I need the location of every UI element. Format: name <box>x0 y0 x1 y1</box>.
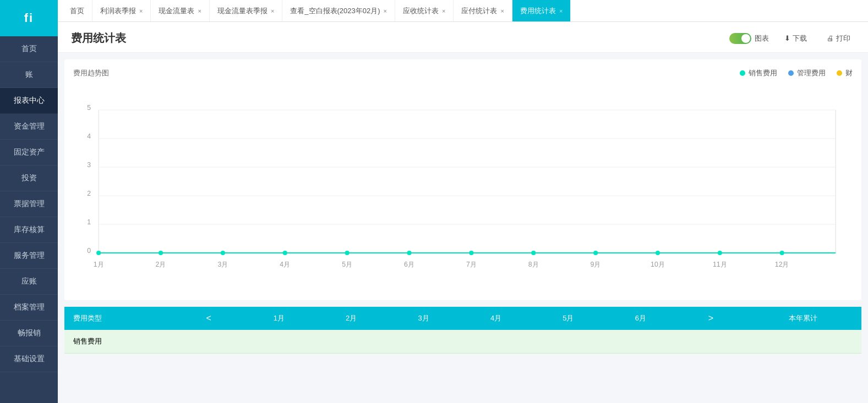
row-month-6 <box>604 330 676 354</box>
col-month-5: 5月 <box>532 307 604 330</box>
row-spacer-2 <box>676 330 745 354</box>
col-month-2: 2月 <box>315 307 387 330</box>
prev-month-btn[interactable]: < <box>174 307 243 330</box>
svg-text:10月: 10月 <box>651 261 665 268</box>
sidebar: fi 首页 账 报表中心 资金管理 固定资产 投资 票据管理 库存核算 服务管理… <box>0 0 58 403</box>
legend-sales-label: 销售费用 <box>749 68 777 78</box>
print-button[interactable]: 🖨 打印 <box>822 31 855 46</box>
col-month-4: 4月 <box>460 307 532 330</box>
close-icon[interactable]: × <box>500 8 504 14</box>
page-title: 费用统计表 <box>71 31 126 46</box>
svg-text:11月: 11月 <box>713 261 727 268</box>
table-header-row: 费用类型 < 1月 2月 3月 4月 5月 6月 > <box>64 307 861 330</box>
row-month-2 <box>315 330 387 354</box>
table-section: 费用类型 < 1月 2月 3月 4月 5月 6月 > <box>64 307 861 354</box>
close-icon[interactable]: × <box>139 8 143 14</box>
svg-point-15 <box>159 251 163 255</box>
chart-title: 费用趋势图 <box>73 68 109 78</box>
col-expense-type: 费用类型 <box>64 307 174 330</box>
close-icon[interactable]: × <box>384 8 387 14</box>
svg-point-18 <box>345 251 350 255</box>
chart-toggle[interactable] <box>729 33 751 44</box>
sidebar-item-ticket-management[interactable]: 票据管理 <box>0 191 58 217</box>
row-month-3 <box>387 330 460 354</box>
print-icon: 🖨 <box>827 34 834 42</box>
svg-point-24 <box>718 251 722 255</box>
legend-management-dot <box>788 70 794 76</box>
tab-blank-report[interactable]: 查看_空白报表(2023年02月) × <box>282 0 395 22</box>
sidebar-item-inventory-accounting[interactable]: 库存核算 <box>0 217 58 243</box>
svg-point-23 <box>656 251 660 255</box>
sidebar-item-account[interactable]: 账 <box>0 62 58 88</box>
sidebar-item-home[interactable]: 首页 <box>0 36 58 62</box>
chart-header: 费用趋势图 销售费用 管理费用 财 <box>73 68 853 78</box>
row-month-4 <box>460 330 532 354</box>
sidebar-item-fixed-assets[interactable]: 固定资产 <box>0 140 58 165</box>
svg-text:6月: 6月 <box>404 261 414 268</box>
svg-point-21 <box>531 251 536 255</box>
tab-expense-stats[interactable]: 费用统计表 × <box>512 0 571 22</box>
tab-cash-flow-quarterly[interactable]: 现金流量表季报 × <box>210 0 282 22</box>
sidebar-item-archive-management[interactable]: 档案管理 <box>0 295 58 321</box>
svg-text:8月: 8月 <box>528 261 539 268</box>
svg-text:3: 3 <box>87 161 91 169</box>
tab-home[interactable]: 首页 <box>62 0 92 22</box>
next-month-btn[interactable]: > <box>676 307 745 330</box>
svg-point-19 <box>407 251 411 255</box>
close-icon[interactable]: × <box>198 8 201 14</box>
row-ytd <box>745 330 861 354</box>
legend-management-label: 管理费用 <box>797 68 826 78</box>
row-month-5 <box>532 330 604 354</box>
sidebar-item-service-management[interactable]: 服务管理 <box>0 243 58 269</box>
svg-text:4: 4 <box>87 133 91 140</box>
close-icon[interactable]: × <box>271 8 274 14</box>
table-row: 销售费用 <box>64 330 861 354</box>
prev-arrow-button[interactable]: < <box>204 313 213 323</box>
svg-text:9月: 9月 <box>591 261 601 268</box>
toggle-label: 图表 <box>755 34 769 43</box>
chart-svg: 0 1 2 3 4 5 <box>73 82 853 291</box>
col-month-1: 1月 <box>243 307 315 330</box>
download-button[interactable]: ⬇ 下载 <box>780 31 811 46</box>
row-month-1 <box>243 330 315 354</box>
sidebar-item-fund-management[interactable]: 资金管理 <box>0 114 58 140</box>
sidebar-item-smooth-cancel[interactable]: 畅报销 <box>0 321 58 346</box>
row-expense-type: 销售费用 <box>64 330 174 354</box>
download-icon: ⬇ <box>784 34 790 42</box>
svg-text:2月: 2月 <box>156 261 166 268</box>
sidebar-item-receivable[interactable]: 应账 <box>0 269 58 295</box>
svg-text:1月: 1月 <box>94 261 104 268</box>
close-icon[interactable]: × <box>442 8 445 14</box>
tab-payable-stats[interactable]: 应付统计表 × <box>454 0 512 22</box>
svg-text:4月: 4月 <box>280 261 290 268</box>
legend-finance-label: 财 <box>845 68 853 78</box>
svg-text:1: 1 <box>87 218 91 226</box>
legend-sales: 销售费用 <box>740 68 777 78</box>
legend-finance: 财 <box>837 68 853 78</box>
sidebar-item-report-center[interactable]: 报表中心 <box>0 88 58 114</box>
svg-point-20 <box>469 251 473 255</box>
legend-finance-dot <box>837 70 842 76</box>
svg-text:3月: 3月 <box>217 261 228 268</box>
tab-receivable-stats[interactable]: 应收统计表 × <box>395 0 454 22</box>
page-header: 费用统计表 图表 ⬇ 下载 🖨 打印 <box>58 22 868 53</box>
close-icon[interactable]: × <box>559 8 563 14</box>
app-logo: fi <box>0 0 58 36</box>
content-area: 费用统计表 图表 ⬇ 下载 🖨 打印 费用趋势图 <box>58 22 868 403</box>
col-ytd: 本年累计 <box>745 307 861 330</box>
sidebar-item-investment[interactable]: 投资 <box>0 165 58 191</box>
svg-text:5月: 5月 <box>342 261 352 268</box>
svg-point-25 <box>780 251 784 255</box>
chart-section: 费用趋势图 销售费用 管理费用 财 <box>64 59 861 300</box>
next-arrow-button[interactable]: > <box>706 313 716 323</box>
svg-point-16 <box>221 251 225 255</box>
header-actions: 图表 ⬇ 下载 🖨 打印 <box>729 31 855 46</box>
col-month-6: 6月 <box>604 307 676 330</box>
data-table: 费用类型 < 1月 2月 3月 4月 5月 6月 > <box>64 307 861 354</box>
tab-profit-quarterly[interactable]: 利润表季报 × <box>92 0 151 22</box>
sidebar-item-basic-settings[interactable]: 基础设置 <box>0 346 58 372</box>
svg-text:0: 0 <box>87 247 91 255</box>
row-spacer <box>174 330 243 354</box>
tab-cash-flow[interactable]: 现金流量表 × <box>151 0 209 22</box>
svg-text:7月: 7月 <box>466 261 477 268</box>
